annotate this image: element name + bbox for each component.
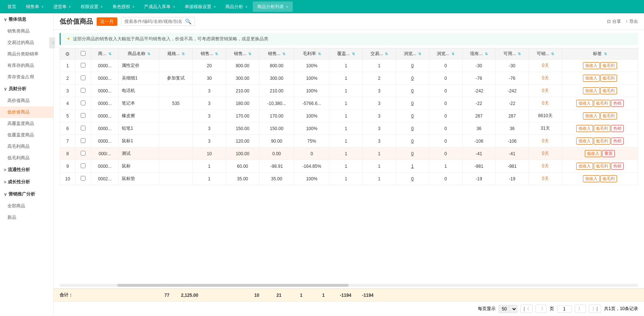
browse-link[interactable]: 0 [411,151,414,156]
nav-sales-order[interactable]: 销售单 × [21,1,48,12]
first-page-button[interactable]: |〈 [520,305,533,313]
sidebar-item-high-margin[interactable]: 高毛利商品 [0,141,53,152]
sidebar-group-liquidity[interactable]: >流通性分析 [0,164,53,176]
close-icon[interactable]: × [133,5,135,9]
cell-name: 铅笔1 [119,122,159,135]
table-container[interactable]: ⚙ 商... ⇅ 商品名称 ⇅ 规格... ⇅ 销售... ⇅ 销售... ⇅ … [54,48,644,284]
tag-badge: 低毛利 [600,87,617,94]
nav-purchase-order[interactable]: 进货单 × [49,1,76,12]
sidebar-item-low-value[interactable]: 低价值商品 [0,106,53,118]
close-icon[interactable]: × [286,5,288,9]
row-checkbox[interactable] [81,101,85,105]
sidebar-item-all-goods[interactable]: 全部商品 [0,200,53,212]
sidebar-group-overview[interactable]: ∨整体信息 [0,13,53,26]
export-button[interactable]: ↑ 导出 [625,18,638,25]
nav-template[interactable]: 单据模板设置 × [180,1,220,12]
browse-link[interactable]: 0 [411,126,414,131]
close-icon[interactable]: × [41,5,44,9]
next-page-button[interactable]: 〉 [575,305,586,313]
cell-index: 6 [60,122,76,135]
last-page-button[interactable]: 〉| [589,305,601,313]
browse-link[interactable]: 1 [411,164,414,169]
sidebar-item-low-coverage[interactable]: 低覆盖度商品 [0,129,53,141]
column-sell-days[interactable]: 可销... ⇅ [529,48,562,60]
sidebar-group-marketing[interactable]: ∨营销推广分析 [0,188,53,200]
cell-browse1: 0 [396,173,429,185]
sidebar-item-stock-capital[interactable]: 库存资金占用 [0,71,53,83]
cell-browse2: 0 [429,60,462,72]
close-icon[interactable]: × [173,5,175,9]
browse-link[interactable]: 0 [411,176,414,181]
row-checkbox[interactable] [81,151,85,156]
nav-product-analysis-list[interactable]: 商品分析列表 × [253,1,293,12]
close-icon[interactable]: × [214,5,216,9]
sidebar-item-low-margin[interactable]: 低毛利商品 [0,152,53,164]
column-col3[interactable]: 销售... ⇅ [259,48,294,60]
sidebar-group-growth[interactable]: >成长性分析 [0,176,53,188]
page-number-input[interactable] [557,305,572,313]
close-icon[interactable]: × [101,5,103,9]
cell-trade: 3 [363,110,396,122]
sidebar-item-sales-goods[interactable]: 销售类商品 [0,26,53,37]
sidebar-collapse-button[interactable]: 《 [49,37,55,48]
nav-product-analysis[interactable]: 商品分析 × [221,1,252,12]
row-checkbox[interactable] [81,75,85,80]
column-spec[interactable]: 规格... ⇅ [159,48,193,60]
row-checkbox[interactable] [81,126,85,130]
scrollbar-thumb[interactable] [117,284,349,287]
row-checkbox[interactable] [81,63,85,68]
date-filter-button[interactable]: 近一月 [97,17,117,26]
search-input[interactable] [124,19,184,24]
cell-cover: 1 [329,110,363,122]
sidebar-item-high-coverage[interactable]: 高覆盖度商品 [0,118,53,129]
column-browse2[interactable]: 浏览... ⇅ [429,48,462,60]
sidebar-item-category-rate[interactable]: 商品分类助销率 [0,48,53,60]
sidebar-group-finance[interactable]: ∨员财分析 [0,83,53,95]
sidebar-item-stock-goods[interactable]: 有库存的商品 [0,60,53,71]
nav-warehouse-in[interactable]: 产成品入库单 × [140,1,180,12]
share-button[interactable]: ⊡ 分享 [607,18,621,25]
nav-home[interactable]: 首页 [3,1,21,12]
column-col2[interactable]: 销售... ⇅ [226,48,259,60]
browse-link[interactable]: 0 [411,113,414,119]
browse-link[interactable]: 0 [411,139,414,144]
column-gross-rate[interactable]: 毛利率 ⇅ [294,48,329,60]
browse-link[interactable]: 0 [411,101,414,106]
row-checkbox[interactable] [81,88,85,93]
prev-page-button[interactable]: 〈 [536,305,547,313]
column-trade[interactable]: 交易... ⇅ [363,48,396,60]
column-stock[interactable]: 现有... ⇅ [462,48,496,60]
horizontal-scrollbar[interactable] [60,284,638,287]
cell-spec [159,60,193,72]
row-checkbox[interactable] [81,113,85,118]
close-icon[interactable]: × [245,5,248,9]
browse-link[interactable]: 0 [411,88,414,94]
top-nav: 首页 销售单 × 进货单 × 权限设置 × 角色授权 × 产成品入库单 × 单据… [0,0,644,13]
column-tags[interactable]: 标签 ⇅ [562,48,638,60]
browse-link[interactable]: 0 [411,63,414,68]
column-col1[interactable]: 销售... ⇅ [193,48,226,60]
column-gear[interactable]: ⚙ [60,48,76,60]
column-cover[interactable]: 覆盖... ⇅ [329,48,363,60]
column-avail[interactable]: 可用... ⇅ [496,48,529,60]
nav-role-auth[interactable]: 角色授权 × [108,1,139,12]
column-browse1[interactable]: 浏览... ⇅ [396,48,429,60]
per-page-select[interactable]: 50 100 200 [499,305,517,313]
close-icon[interactable]: × [69,5,71,9]
sidebar-item-new-goods[interactable]: 新品 [0,212,53,223]
cell-stock: -981 [462,160,496,173]
cell-col2: 180.00 [226,97,259,110]
browse-link[interactable]: 0 [411,76,414,81]
row-checkbox[interactable] [81,138,85,143]
column-code[interactable]: 商... ⇅ [91,48,119,60]
sidebar-item-high-value[interactable]: 高价值商品 [0,95,53,106]
column-name[interactable]: 商品名称 ⇅ [119,48,159,60]
tag-badge: 低毛利 [594,137,610,145]
nav-permission[interactable]: 权限设置 × [76,1,107,12]
row-checkbox[interactable] [81,163,85,168]
row-checkbox[interactable] [81,176,85,181]
select-all-checkbox[interactable] [81,51,85,56]
sidebar-item-traded-goods[interactable]: 交易过的商品 [0,37,53,48]
search-icon[interactable]: 🔍 [185,18,191,24]
gear-icon[interactable]: ⚙ [65,51,70,57]
